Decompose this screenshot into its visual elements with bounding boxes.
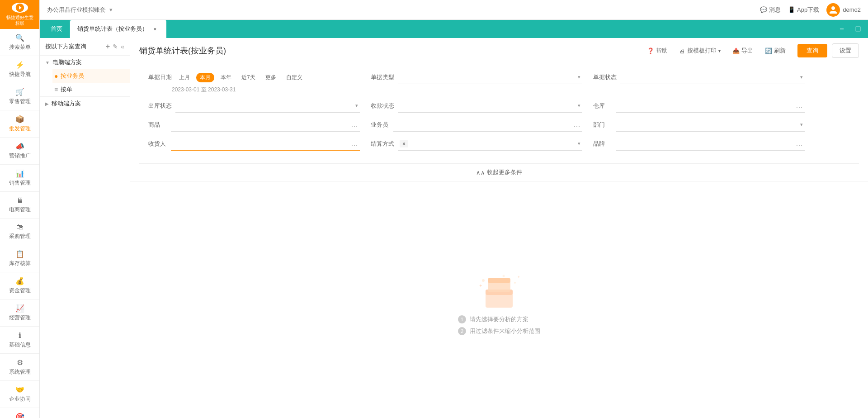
tab-close-btn[interactable]: × bbox=[151, 25, 159, 33]
billtype-select[interactable] bbox=[398, 71, 582, 84]
mobile-section: ▶ 移动端方案 bbox=[40, 96, 130, 110]
sidebar-item-guide[interactable]: 🎯 新手引导 bbox=[0, 408, 39, 418]
export-btn[interactable]: 📤 导出 bbox=[729, 45, 757, 57]
salesperson-dots-icon[interactable]: … bbox=[573, 121, 580, 129]
goods-input[interactable]: … bbox=[171, 118, 360, 132]
receiptstatus-control: ▾ bbox=[398, 99, 582, 113]
add-scheme-btn[interactable]: + bbox=[106, 43, 110, 51]
refresh-icon: 🔄 bbox=[765, 48, 772, 54]
brand-input[interactable]: … bbox=[616, 137, 805, 151]
sidebar-sub-text: 标版 bbox=[15, 20, 24, 27]
sales-icon: 📊 bbox=[15, 169, 24, 178]
sidebar-item-ecommerce[interactable]: 🖥 电商管理 bbox=[0, 192, 39, 218]
scheme-by-order[interactable]: ≡ 按单 bbox=[52, 83, 130, 96]
warehouse-dots-icon[interactable]: … bbox=[796, 102, 803, 110]
help-btn[interactable]: ❓ 帮助 bbox=[643, 45, 671, 57]
outstatus-select[interactable] bbox=[175, 99, 360, 112]
ecommerce-icon: 🖥 bbox=[16, 196, 24, 204]
billtype-select-wrapper: ▾ bbox=[398, 71, 582, 84]
sidebar-item-basicinfo[interactable]: ℹ 基础信息 bbox=[0, 327, 39, 354]
sidebar-item-system[interactable]: ⚙ 系统管理 bbox=[0, 354, 39, 381]
svg-text:✦: ✦ bbox=[479, 283, 482, 288]
sidebar-item-inventory[interactable]: 📋 库存核算 bbox=[0, 245, 39, 272]
tree-arrow-desktop: ▼ bbox=[45, 60, 50, 65]
quicknav-icon: ⚡ bbox=[15, 61, 24, 69]
warehouse-input[interactable]: … bbox=[616, 99, 805, 113]
tab-minimize-btn[interactable] bbox=[835, 23, 848, 35]
sidebar-item-quicknav-label: 快捷导航 bbox=[9, 71, 31, 78]
left-panel: 按以下方案查询 + ✎ « ▼ 电脑端方案 ● 按业务员 ≡ 按单 bbox=[40, 38, 130, 418]
date-tab-thismonth[interactable]: 本月 bbox=[196, 73, 214, 82]
receiver-dots-icon[interactable]: … bbox=[351, 139, 358, 147]
department-select-wrapper: ▾ bbox=[616, 118, 805, 132]
department-select[interactable] bbox=[616, 118, 805, 131]
desktop-scheme-children: ● 按业务员 ≡ 按单 bbox=[40, 69, 130, 96]
filter-outstatus-cell: 出库状态 ▾ bbox=[148, 99, 360, 113]
mobile-scheme-node[interactable]: ▶ 移动端方案 bbox=[40, 97, 130, 110]
salesperson-input[interactable]: … bbox=[393, 118, 582, 132]
payment-select[interactable] bbox=[408, 137, 582, 150]
topbar-dropdown-arrow[interactable]: ▾ bbox=[109, 6, 113, 13]
sidebar-item-finance[interactable]: 💰 资金管理 bbox=[0, 272, 39, 299]
svg-point-2 bbox=[482, 279, 485, 282]
print-dropdown-icon: ▾ bbox=[718, 48, 721, 53]
date-tab-custom[interactable]: 自定义 bbox=[283, 73, 306, 82]
edit-scheme-btn[interactable]: ✎ bbox=[113, 43, 118, 50]
date-tab-lastmonth[interactable]: 上月 bbox=[175, 73, 193, 82]
collapse-btn[interactable]: ∧∧ 收起更多条件 bbox=[476, 168, 522, 176]
sidebar-item-operations[interactable]: 📈 经营管理 bbox=[0, 299, 39, 327]
sidebar-item-wholesale[interactable]: 📦 批发管理 bbox=[0, 110, 39, 138]
desktop-scheme-node[interactable]: ▼ 电脑端方案 bbox=[40, 56, 130, 69]
department-label: 部门 bbox=[593, 121, 612, 129]
receiptstatus-select[interactable] bbox=[398, 99, 582, 112]
salesperson-label: 业务员 bbox=[371, 121, 390, 129]
query-btn[interactable]: 查询 bbox=[797, 44, 827, 57]
filter-date-cell: 单据日期 上月 本月 本年 近7天 更多 自定义 bbox=[148, 73, 360, 82]
sidebar-item-search[interactable]: 🔍 搜索菜单 bbox=[0, 29, 39, 56]
date-tab-7days[interactable]: 近7天 bbox=[238, 73, 259, 82]
date-tab-thisyear[interactable]: 本年 bbox=[217, 73, 235, 82]
brand-dots-icon[interactable]: … bbox=[796, 140, 803, 148]
filter-department-cell: 部门 ▾ bbox=[593, 118, 805, 132]
billstatus-select[interactable] bbox=[620, 71, 805, 84]
sidebar-item-basicinfo-label: 基础信息 bbox=[9, 341, 31, 349]
sidebar-item-ecommerce-label: 电商管理 bbox=[9, 206, 31, 214]
page-actions: ❓ 帮助 🖨 按模板打印 ▾ 📤 导出 🔄 bbox=[643, 43, 859, 58]
refresh-btn[interactable]: 🔄 刷新 bbox=[761, 45, 789, 57]
print-btn[interactable]: 🖨 按模板打印 ▾ bbox=[676, 45, 724, 57]
sidebar-item-purchase[interactable]: 🛍 采购管理 bbox=[0, 218, 39, 245]
svg-point-3 bbox=[514, 282, 516, 284]
payment-tag-close[interactable]: × bbox=[402, 141, 406, 147]
user-profile[interactable]: demo2 bbox=[826, 3, 861, 17]
goods-dots-icon[interactable]: … bbox=[351, 121, 358, 129]
left-panel-title: 按以下方案查询 bbox=[45, 43, 86, 51]
tab-sales-report[interactable]: 销货单统计表（按业务员） × bbox=[70, 20, 166, 38]
billstatus-control: ▾ bbox=[620, 71, 805, 84]
scheme-by-salesperson[interactable]: ● 按业务员 bbox=[52, 69, 130, 83]
wholesale-icon: 📦 bbox=[15, 115, 24, 124]
empty-step-2: 2 用过滤条件来缩小分析范围 bbox=[458, 327, 540, 335]
receiver-control: … bbox=[171, 137, 360, 151]
app-download-btn[interactable]: 📱 App下载 bbox=[788, 6, 819, 14]
filter-salesperson-cell: 业务员 … bbox=[371, 118, 582, 132]
sidebar-item-collab[interactable]: 🤝 企业协同 bbox=[0, 381, 39, 408]
tab-home[interactable]: 首页 bbox=[43, 20, 70, 38]
filter-payment-cell: 结算方式 × ▾ bbox=[371, 137, 582, 151]
message-btn[interactable]: 💬 消息 bbox=[760, 6, 781, 14]
download-icon: 📱 bbox=[788, 6, 795, 13]
filter-warehouse-cell: 仓库 … bbox=[593, 99, 805, 113]
receiver-input[interactable]: … bbox=[171, 137, 360, 151]
sidebar-item-quicknav[interactable]: ⚡ 快捷导航 bbox=[0, 56, 39, 83]
date-tab-more[interactable]: 更多 bbox=[262, 73, 280, 82]
main-container: 办公用品行业模拟账套 ▾ 💬 消息 📱 App下载 demo2 首页 bbox=[40, 0, 868, 418]
tab-maximize-btn[interactable] bbox=[852, 23, 864, 35]
payment-control: × ▾ bbox=[398, 137, 582, 151]
settings-btn[interactable]: 设置 bbox=[832, 43, 859, 58]
message-icon: 💬 bbox=[760, 6, 767, 13]
sidebar-item-retail[interactable]: 🛒 零售管理 bbox=[0, 83, 39, 110]
sidebar-item-sales[interactable]: 📊 销售管理 bbox=[0, 165, 39, 192]
collapse-label: 收起更多条件 bbox=[487, 168, 522, 176]
sidebar-item-marketing[interactable]: 📣 营销推广 bbox=[0, 138, 39, 165]
tab-sales-report-label: 销货单统计表（按业务员） bbox=[77, 25, 148, 33]
collapse-panel-btn[interactable]: « bbox=[121, 43, 124, 50]
